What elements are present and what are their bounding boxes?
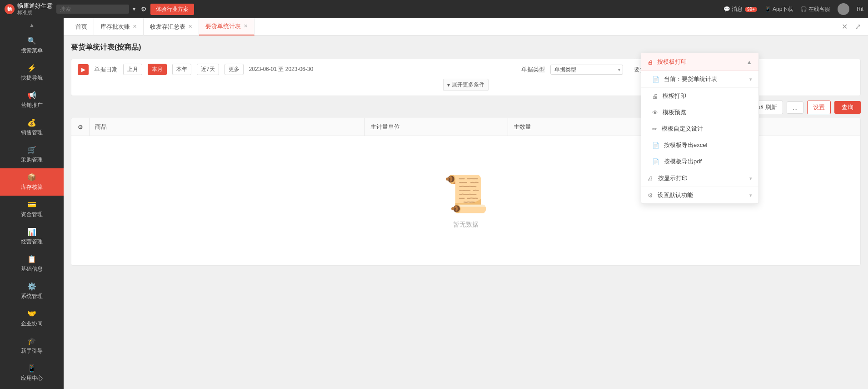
messages-badge: 99+ <box>745 7 757 12</box>
marketing-icon: 📢 <box>27 91 36 100</box>
settings-btn[interactable]: 设置 <box>807 101 831 114</box>
current-template-icon: 📄 <box>652 76 659 83</box>
dropdown-current[interactable]: 📄 当前：要货单统计表 ▾ <box>641 71 758 88</box>
th-unit: 主计量单位 <box>365 118 508 136</box>
refresh-icon: ↺ <box>758 104 763 111</box>
tab-order-stats[interactable]: 要货单统计表 ✕ <box>199 18 254 35</box>
top-bar-right: 💬 消息 99+ 📱 App下载 🎧 在线客服 Rit <box>723 3 863 15</box>
online-service-link[interactable]: 🎧 在线客服 <box>800 5 830 13</box>
app-download-label: App下载 <box>773 5 793 13</box>
template-print-label: 模板打印 <box>663 92 686 100</box>
message-icon: 💬 <box>723 6 730 12</box>
more-dates-btn[interactable]: 更多 <box>224 64 244 75</box>
sidebar-item-search[interactable]: 🔍 搜索菜单 <box>0 32 64 59</box>
headset-icon: 🎧 <box>800 6 807 12</box>
dropdown-submenu-default-func[interactable]: ⚙ 设置默认功能 ▾ <box>641 187 758 203</box>
display-print-arrow: ▾ <box>749 176 752 182</box>
this-year-btn[interactable]: 本年 <box>172 64 191 75</box>
dropdown-item-export-excel[interactable]: 📄 按模板导出excel <box>641 137 758 153</box>
app-download-link[interactable]: 📱 App下载 <box>764 5 793 13</box>
tab-collection-summary[interactable]: 收发存汇总表 ✕ <box>144 18 199 35</box>
query-btn[interactable]: 查询 <box>834 101 861 114</box>
last-month-btn[interactable]: 上月 <box>123 64 142 75</box>
messages-link[interactable]: 💬 消息 99+ <box>723 5 757 13</box>
search-dropdown-icon[interactable]: ▾ <box>133 6 135 12</box>
expand-down-icon: ▾ <box>447 82 450 88</box>
print-dropdown: 🖨 按模板打印 ▲ 📄 当前：要货单统计表 ▾ <box>641 53 759 204</box>
last-7days-btn[interactable]: 近7天 <box>197 64 219 75</box>
this-month-btn[interactable]: 本月 <box>148 64 167 75</box>
top-bar: 畅 畅康通好生意 标准版 ▾ ⚙ 体验行业方案 💬 消息 99+ 📱 App下载… <box>0 0 868 18</box>
sidebar-item-wechat[interactable]: 💬 企业微信 <box>0 387 64 389</box>
tab-collection-summary-close[interactable]: ✕ <box>188 24 192 30</box>
dropdown-header[interactable]: 🖨 按模板打印 ▲ <box>641 53 758 71</box>
dropdown-printer-icon: 🖨 <box>648 59 653 66</box>
tab-batch-accounts[interactable]: 库存批次账 ✕ <box>94 18 144 35</box>
sidebar-item-operations[interactable]: 📊 经营管理 <box>0 223 64 250</box>
tab-order-stats-close[interactable]: ✕ <box>244 23 248 29</box>
expand-icon: ▶ <box>81 66 85 73</box>
tab-expand-icon[interactable]: ⤢ <box>853 21 863 32</box>
sidebar-label-finance: 资金管理 <box>21 211 43 218</box>
sidebar-label-operations: 经营管理 <box>21 238 43 246</box>
tab-collection-summary-label: 收发存汇总表 <box>150 23 185 31</box>
sidebar-item-sales[interactable]: 💰 销售管理 <box>0 114 64 141</box>
search-input[interactable] <box>56 5 129 14</box>
th-gear[interactable]: ⚙ <box>71 118 90 136</box>
type-select[interactable]: 单据类型 <box>550 65 623 75</box>
quick-nav-icon: ⚡ <box>27 64 36 72</box>
empty-illustration: 📜 <box>443 172 489 215</box>
sales-icon: 💰 <box>27 118 36 127</box>
template-preview-label: 模板预览 <box>663 108 686 116</box>
sidebar-item-quick-nav[interactable]: ⚡ 快捷导航 <box>0 59 64 86</box>
sidebar-label-marketing: 营销推广 <box>21 101 43 109</box>
dropdown-item-template-design[interactable]: ✏ 模板自定义设计 <box>641 121 758 137</box>
sidebar-item-enterprise[interactable]: 🤝 企业协同 <box>0 305 64 332</box>
user-name: Rit <box>857 6 863 12</box>
search-menu-icon: 🔍 <box>27 36 36 45</box>
display-print-label: 按显示打印 <box>658 174 688 182</box>
dropdown-item-template-preview[interactable]: 👁 模板预览 <box>641 104 758 121</box>
sidebar-item-system[interactable]: ⚙️ 系统管理 <box>0 278 64 305</box>
sidebar-item-inventory[interactable]: 📦 库存核算 <box>0 168 64 196</box>
system-icon: ⚙️ <box>27 282 36 291</box>
sidebar-label-enterprise: 企业协同 <box>21 320 43 328</box>
refresh-label: 刷新 <box>765 103 777 111</box>
sidebar-item-apps[interactable]: 📱 应用中心 <box>0 359 64 387</box>
page-title: 要货单统计表(按商品) <box>71 43 861 52</box>
apps-icon: 📱 <box>27 364 36 373</box>
sidebar-item-basics[interactable]: 📋 基础信息 <box>0 250 64 278</box>
dropdown-up-icon: ▲ <box>746 59 752 66</box>
sidebar-item-guide[interactable]: 🎓 新手引导 <box>0 332 64 359</box>
sidebar-scroll-up[interactable]: ▲ <box>0 18 64 32</box>
sidebar-label-sales: 销售管理 <box>21 129 43 136</box>
sidebar-item-marketing[interactable]: 📢 营销推广 <box>0 86 64 114</box>
export-pdf-icon: 📄 <box>652 158 659 165</box>
expand-more-btn[interactable]: ▾ 展开更多条件 <box>443 79 489 91</box>
dropdown-item-export-pdf[interactable]: 📄 按模板导出pdf <box>641 153 758 170</box>
tab-close-icon[interactable]: ✕ <box>840 21 849 32</box>
user-avatar[interactable] <box>838 3 849 15</box>
current-template-arrow: ▾ <box>749 76 752 82</box>
tab-bar: 首页 库存批次账 ✕ 收发存汇总表 ✕ 要货单统计表 ✕ ✕ ⤢ <box>64 18 868 35</box>
basics-icon: 📋 <box>27 255 36 263</box>
default-func-arrow: ▾ <box>749 192 752 198</box>
default-func-icon: ⚙ <box>648 192 653 199</box>
settings-gear-icon[interactable]: ⚙ <box>141 5 147 13</box>
sidebar-label-inventory: 库存核算 <box>21 183 43 191</box>
more-btn[interactable]: ... <box>787 101 803 114</box>
operations-icon: 📊 <box>27 227 36 236</box>
logo-icon: 畅 <box>5 4 15 14</box>
industry-btn[interactable]: 体验行业方案 <box>150 4 194 15</box>
page-content: 要货单统计表(按商品) ▶ 单据日期 上月 本月 本年 近7天 更多 2023-… <box>64 35 868 389</box>
tab-batch-accounts-close[interactable]: ✕ <box>133 24 137 30</box>
export-pdf-label: 按模板导出pdf <box>664 157 702 166</box>
dropdown-submenu-display-print[interactable]: 🖨 按显示打印 ▾ <box>641 170 758 187</box>
tab-home[interactable]: 首页 <box>69 18 94 35</box>
dropdown-item-template-print[interactable]: 🖨 模板打印 <box>641 88 758 104</box>
sidebar-item-purchase[interactable]: 🛒 采购管理 <box>0 141 64 168</box>
template-print-icon: 🖨 <box>652 93 658 100</box>
messages-label: 消息 <box>732 5 743 13</box>
filter-expand-toggle[interactable]: ▶ <box>78 64 89 75</box>
sidebar-item-finance[interactable]: 💳 资金管理 <box>0 196 64 223</box>
